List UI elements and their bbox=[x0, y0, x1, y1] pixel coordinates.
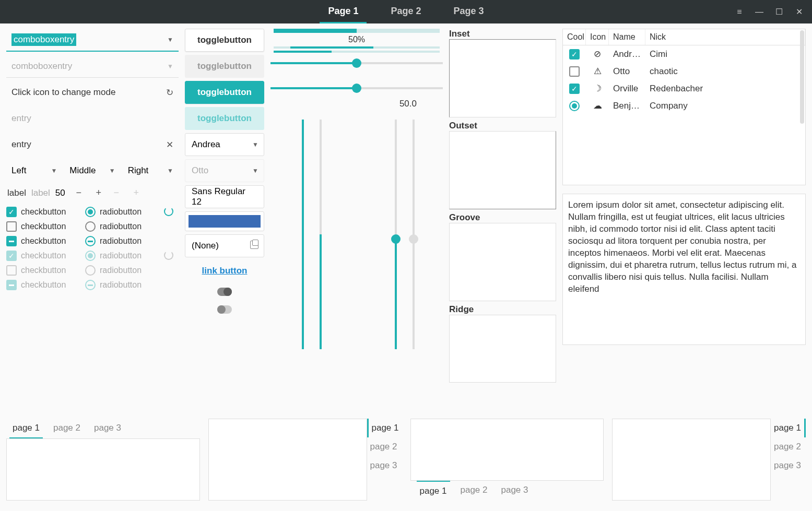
switch-off[interactable] bbox=[217, 305, 232, 314]
radio-icon bbox=[85, 251, 96, 261]
tab-page-3[interactable]: Page 3 bbox=[445, 1, 492, 23]
checkbox-icon[interactable]: ✓ bbox=[569, 84, 580, 94]
color-button[interactable] bbox=[185, 211, 264, 231]
spin-label: label bbox=[7, 188, 26, 198]
slider-panel: 50% 50.0 bbox=[270, 29, 443, 409]
checkbutton-checked-disabled: ✓checkbutton bbox=[6, 251, 82, 261]
moon-icon: ☽ bbox=[586, 81, 609, 96]
frame-title-inset: Inset bbox=[449, 29, 556, 39]
dropdown-left[interactable]: Left▼ bbox=[6, 159, 62, 182]
entry-clearable[interactable]: entry ✕ bbox=[6, 133, 179, 156]
radiobutton-checked[interactable]: radiobutton bbox=[85, 207, 161, 217]
dropdown-right[interactable]: Right▼ bbox=[123, 159, 179, 182]
spin-row: label label 50 − + − + bbox=[6, 185, 179, 200]
menu-icon[interactable]: ≡ bbox=[731, 3, 748, 21]
nb-tab[interactable]: page 1 bbox=[771, 419, 806, 437]
checkbutton-indet[interactable]: checkbutton bbox=[6, 236, 82, 246]
nb-tab[interactable]: page 3 bbox=[771, 456, 806, 475]
dropdown-middle[interactable]: Middle▼ bbox=[64, 159, 120, 182]
chevron-down-icon: ▼ bbox=[252, 141, 258, 148]
increment-icon: + bbox=[130, 187, 143, 198]
spinner-icon bbox=[164, 207, 173, 216]
frame-outset bbox=[449, 131, 556, 209]
checkbox-icon bbox=[6, 280, 17, 290]
nb-tab[interactable]: page 3 bbox=[498, 481, 532, 501]
nb-tab[interactable]: page 3 bbox=[367, 456, 402, 475]
switch-on[interactable] bbox=[217, 288, 232, 296]
togglebutton-1[interactable]: togglebutton bbox=[185, 29, 264, 52]
nb-tab[interactable]: page 2 bbox=[50, 419, 84, 438]
font-button[interactable]: Sans Regular 12 bbox=[185, 185, 264, 208]
slider-horizontal-2[interactable] bbox=[270, 81, 443, 96]
checkbutton-checked[interactable]: ✓checkbutton bbox=[6, 207, 82, 217]
link-button[interactable]: link button bbox=[185, 260, 264, 281]
tab-page-1[interactable]: Page 1 bbox=[320, 1, 367, 23]
spinner-icon bbox=[164, 251, 173, 260]
file-chooser-button[interactable]: (None) bbox=[185, 234, 264, 257]
mode-entry[interactable]: Click icon to change mode ↻ bbox=[6, 81, 179, 104]
th-icon[interactable]: Icon bbox=[586, 29, 609, 45]
nb-tab[interactable]: page 2 bbox=[771, 437, 806, 456]
spinbutton[interactable]: 50 − + bbox=[55, 187, 105, 198]
window: Page 1 Page 2 Page 3 ≡ — ☐ ✕ comboboxent… bbox=[0, 0, 812, 511]
checkbutton-unchecked-disabled: checkbutton bbox=[6, 265, 82, 276]
radio-icon bbox=[85, 280, 96, 290]
checkbox-icon[interactable]: ✓ bbox=[569, 49, 580, 60]
togglebutton-active[interactable]: togglebutton bbox=[185, 81, 264, 104]
window-controls: ≡ — ☐ ✕ bbox=[731, 3, 808, 21]
vslider-1[interactable] bbox=[302, 120, 304, 349]
nb-tab[interactable]: page 3 bbox=[91, 419, 124, 438]
th-cool[interactable]: Cool bbox=[563, 29, 586, 45]
frame-groove bbox=[449, 223, 556, 301]
chevron-down-icon: ▼ bbox=[167, 36, 173, 43]
vslider-3[interactable] bbox=[395, 120, 397, 349]
minimize-icon[interactable]: — bbox=[750, 3, 768, 21]
radio-icon bbox=[85, 265, 96, 276]
table-row[interactable]: ✓ ⊘ Andrea Cimi bbox=[563, 45, 805, 63]
close-icon[interactable]: ✕ bbox=[790, 3, 808, 21]
slider-horizontal-1[interactable] bbox=[270, 56, 443, 70]
th-name[interactable]: Name bbox=[609, 29, 645, 45]
nb-tab[interactable]: page 2 bbox=[457, 481, 491, 501]
radiobutton-unchecked[interactable]: radiobutton bbox=[85, 221, 161, 232]
text-view[interactable]: Lorem ipsum dolor sit amet, consectetur … bbox=[562, 194, 806, 345]
clear-icon[interactable]: ✕ bbox=[166, 139, 173, 150]
progress-label: 50% bbox=[274, 35, 440, 44]
refresh-icon[interactable]: ↻ bbox=[166, 87, 173, 98]
cloud-icon: ☁ bbox=[586, 99, 609, 113]
radio-icon bbox=[85, 207, 96, 217]
nb-tab[interactable]: page 1 bbox=[367, 419, 402, 437]
radio-icon[interactable] bbox=[569, 101, 580, 111]
nb-tab[interactable]: page 1 bbox=[9, 419, 43, 438]
entry-placeholder[interactable]: entry bbox=[6, 107, 179, 130]
treeview[interactable]: Cool Icon Name Nick ✓ ⊘ Andrea Cimi ⚠ bbox=[562, 29, 806, 185]
combobox-entry-1[interactable]: comboboxentry ▼ bbox=[6, 29, 179, 52]
paste-icon bbox=[250, 241, 258, 252]
scrollbar[interactable] bbox=[800, 30, 804, 124]
nb-tab[interactable]: page 2 bbox=[367, 437, 402, 456]
vslider-2[interactable] bbox=[320, 120, 322, 349]
checkbox-icon bbox=[6, 265, 17, 276]
th-nick[interactable]: Nick bbox=[645, 29, 805, 45]
notebook-top-tabs: page 1 page 2 page 3 bbox=[6, 419, 200, 501]
checkbutton-indet-disabled: checkbutton bbox=[6, 280, 82, 290]
togglebutton-disabled: togglebutton bbox=[185, 55, 264, 78]
dropdown-row: Left▼ Middle▼ Right▼ bbox=[6, 159, 179, 182]
notebook-content bbox=[410, 419, 604, 481]
checkbox-icon: ✓ bbox=[6, 251, 17, 261]
combobox-value: comboboxentry bbox=[11, 33, 76, 46]
increment-icon[interactable]: + bbox=[92, 187, 105, 198]
radiobutton-indet[interactable]: radiobutton bbox=[85, 236, 161, 246]
decrement-icon[interactable]: − bbox=[73, 187, 85, 198]
checkbutton-unchecked[interactable]: checkbutton bbox=[6, 221, 82, 232]
table-row[interactable]: ✓ ☽ Orville Redenbacher bbox=[563, 80, 805, 97]
warning-icon: ⚠ bbox=[586, 64, 609, 78]
table-row[interactable]: ⚠ Otto chaotic bbox=[563, 63, 805, 80]
nb-tab[interactable]: page 1 bbox=[417, 481, 450, 501]
table-row[interactable]: ☁ Benja... Company bbox=[563, 97, 805, 114]
checkbox-icon[interactable] bbox=[569, 66, 580, 77]
checkbox-icon bbox=[6, 221, 17, 232]
tab-page-2[interactable]: Page 2 bbox=[382, 1, 429, 23]
maximize-icon[interactable]: ☐ bbox=[770, 3, 788, 21]
select-andrea[interactable]: Andrea▼ bbox=[185, 133, 264, 156]
